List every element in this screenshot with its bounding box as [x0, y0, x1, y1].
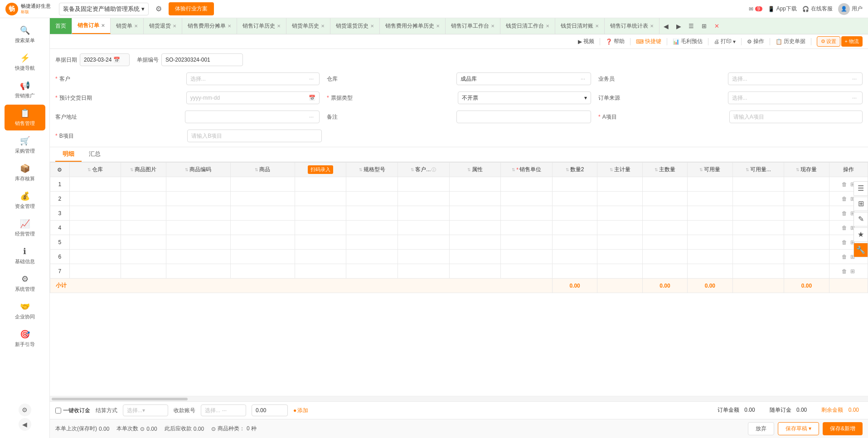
customer-input[interactable]: 选择... ··· [186, 72, 320, 85]
sidebar-item-system[interactable]: ⚙ 系统管理 [5, 270, 45, 296]
warehouse-dots-icon[interactable]: ··· [579, 76, 587, 82]
col-attr[interactable]: ⇅ 属性 [449, 163, 501, 177]
sidebar-item-basic-info[interactable]: ℹ 基础信息 [5, 243, 45, 269]
collapse-sidebar-button[interactable]: ◀ [19, 418, 31, 431]
tab-return-history[interactable]: 销货退货历史 ✕ [330, 18, 380, 34]
tab-close-all-button[interactable]: ✕ [710, 18, 723, 34]
float-btn-2[interactable]: ⊞ [853, 197, 868, 211]
float-btn-4[interactable]: ★ [853, 227, 868, 242]
sidebar-item-navigation[interactable]: ⚡ 快捷导航 [5, 49, 45, 75]
tab-close-icon-10[interactable]: ✕ [546, 24, 549, 29]
tab-expand-button[interactable]: ⊞ [698, 18, 710, 34]
toolbar-shortcut[interactable]: ⌨ 快捷键 [634, 37, 663, 46]
tab-more-button[interactable]: ☰ [685, 18, 698, 34]
col-available2[interactable]: ⇅ 可用量... [732, 163, 784, 177]
customer-dots-icon[interactable]: ··· [307, 76, 315, 82]
col-unit[interactable]: ⇅ *销售单位 [501, 163, 553, 177]
address-input[interactable]: ··· [185, 111, 320, 123]
tab-close-icon-4[interactable]: ✕ [228, 24, 231, 29]
warehouse-input[interactable]: 成品库 ··· [456, 72, 592, 85]
col-product[interactable]: ⇅ 商品 [230, 163, 295, 177]
delete-icon[interactable]: 🗑 [842, 268, 847, 274]
sidebar-item-purchase[interactable]: 🛒 采购管理 [5, 132, 45, 158]
amount-input[interactable]: 0.00 [252, 404, 288, 416]
save-draft-button[interactable]: 保存草稿 ▾ [778, 422, 819, 435]
delete-icon[interactable]: 🗑 [842, 181, 847, 188]
tab-nav-right[interactable]: ▶ [672, 18, 685, 34]
float-btn-5[interactable]: 🔧 [853, 243, 868, 257]
copy-icon[interactable]: ⊞ [850, 268, 855, 274]
toolbar-profit[interactable]: 📊 毛利预估 [671, 37, 704, 46]
col-image[interactable]: ⇅ 商品图片 [121, 163, 166, 177]
address-dots-icon[interactable]: ··· [307, 114, 315, 120]
account-select[interactable]: 选择... ··· [201, 404, 246, 416]
sidebar-item-sales[interactable]: 📋 销售管理 [5, 105, 45, 130]
col-warehouse[interactable]: ⇅ 仓库 [69, 163, 121, 177]
sidebar-item-guide[interactable]: 🎯 新手引导 [5, 326, 45, 351]
table-scroll[interactable]: ⚙ ⇅ 仓库 ⇅ 商品图片 ⇅ 商品编码 ⇅ 商品 扫码录入 ⇅ 规格型号 ⇅ … [50, 162, 868, 396]
toolbar-action[interactable]: ⚙ 操作 [745, 37, 766, 46]
sidebar-item-marketing[interactable]: 📢 营销推广 [5, 77, 45, 103]
tab-summary[interactable]: 汇总 [82, 147, 108, 162]
toolbar-print[interactable]: 🖨 打印 ▾ [712, 37, 737, 46]
date-input[interactable]: 2023-03-24 📅 [80, 53, 130, 66]
sidebar-item-management[interactable]: 📈 经营管理 [5, 215, 45, 241]
tab-nav-left[interactable]: ◀ [659, 18, 672, 34]
salesperson-input[interactable]: 选择... ··· [728, 72, 863, 85]
tab-sales-invoice[interactable]: 销货单 ✕ [111, 18, 144, 34]
settings-panel-button[interactable]: ⚙ 设置 [817, 36, 840, 47]
tab-reconcile[interactable]: 钱货日清对账 ✕ [555, 18, 605, 34]
remark-input[interactable] [456, 111, 592, 123]
industry-solution-button[interactable]: 体验行业方案 [169, 2, 214, 15]
add-button[interactable]: ● 添加 [293, 407, 308, 414]
tab-workbench[interactable]: 销售订单工作台 ✕ [446, 18, 500, 34]
app-download-link[interactable]: 📱 App下载 [768, 5, 797, 13]
tab-close-icon-11[interactable]: ✕ [595, 24, 599, 29]
tab-close-icon-12[interactable]: ✕ [650, 24, 654, 29]
float-btn-3[interactable]: ✎ [853, 212, 868, 226]
settings-button[interactable]: ⚙ [152, 3, 165, 15]
order-number-input[interactable]: SO-20230324-001 [161, 53, 243, 66]
scan-button[interactable]: 扫码录入 [308, 165, 333, 174]
order-source-dots-icon[interactable]: ··· [850, 95, 858, 101]
invoice-select[interactable]: 不开票 ▾ [458, 91, 591, 104]
b-project-input[interactable]: 请输入B项目 [187, 130, 322, 142]
horizontal-scrollbar[interactable] [50, 396, 868, 401]
logistics-button[interactable]: + 物流 [841, 36, 863, 47]
payment-method-select[interactable]: 选择... ▾ [123, 404, 168, 416]
delete-icon[interactable]: 🗑 [842, 254, 847, 260]
delete-icon[interactable]: 🗑 [842, 196, 847, 202]
col-customer-code[interactable]: ⇅ 客户... ⓘ [398, 163, 450, 177]
toolbar-video[interactable]: ▶ 视频 [576, 37, 596, 46]
tab-close-icon-7[interactable]: ✕ [370, 24, 374, 29]
delete-icon[interactable]: 🗑 [842, 225, 847, 231]
toolbar-history[interactable]: 📋 历史单据 [774, 37, 807, 46]
tab-close-icon-6[interactable]: ✕ [321, 24, 325, 29]
col-settings[interactable]: ⚙ [50, 163, 70, 177]
tab-close-icon-2[interactable]: ✕ [134, 24, 138, 29]
tab-sales-return[interactable]: 销货退货 ✕ [144, 18, 182, 34]
col-main-qty[interactable]: ⇅ 主数量 [642, 163, 687, 177]
tab-close-icon-8[interactable]: ✕ [436, 24, 440, 29]
online-service-link[interactable]: 🎧 在线客服 [802, 5, 833, 13]
tab-home[interactable]: 首页 [50, 18, 72, 34]
col-scan[interactable]: 扫码录入 [295, 163, 346, 177]
tab-stats[interactable]: 销售订单统计表 ✕ [605, 18, 659, 34]
discard-button[interactable]: 放弃 [748, 422, 774, 435]
a-project-input[interactable]: 请输入A项目 [729, 111, 863, 123]
save-new-button[interactable]: 保存&新增 [823, 422, 863, 435]
account-dots-icon[interactable]: ··· [220, 407, 228, 414]
tab-close-icon-3[interactable]: ✕ [173, 24, 176, 29]
tab-sales-expense[interactable]: 销售费用分摊单 ✕ [182, 18, 237, 34]
sidebar-item-finance[interactable]: 💰 资金管理 [5, 188, 45, 213]
system-title[interactable]: 装备及固定资产辅助管理系统 ▾ [59, 3, 149, 15]
settings-bottom-icon[interactable]: ⚙ [19, 404, 31, 416]
message-icon-group[interactable]: ✉ 9 [749, 6, 762, 12]
tab-sales-order-history[interactable]: 销售订单历史 ✕ [237, 18, 286, 34]
scroll-thumb[interactable] [52, 398, 188, 400]
tab-sales-order[interactable]: 销售订单 ✕ [72, 18, 111, 34]
tab-close-icon-9[interactable]: ✕ [491, 24, 495, 29]
col-code[interactable]: ⇅ 商品编码 [166, 163, 230, 177]
col-main-unit[interactable]: ⇅ 主计量 [597, 163, 642, 177]
tab-daily-clear[interactable]: 钱货日清工作台 ✕ [500, 18, 555, 34]
